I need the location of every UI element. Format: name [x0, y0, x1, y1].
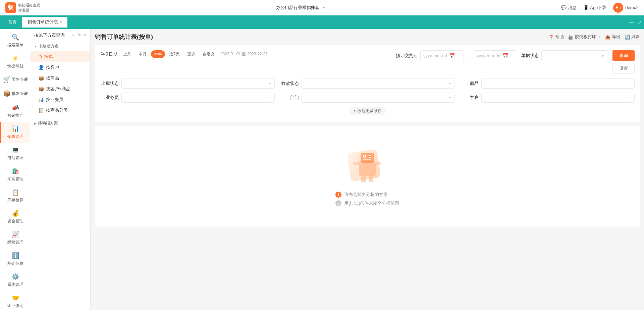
pc-scheme-group: ▼ 电脑端方案 ⊙ 按单 👤 按客户 📦 按商品 📦 按客户+商品 📊 按业: [30, 42, 90, 118]
page-actions: ❓ 帮助 🖨️ 按模板打印 ▼ 📤 导出 🔄 刷新: [548, 34, 640, 40]
date-btn-this-month[interactable]: 本月: [136, 50, 150, 58]
sidebar-item-wholesale[interactable]: 📦 批发管理 ▲: [0, 87, 30, 101]
refresh-button[interactable]: 🔄 刷新: [625, 34, 640, 40]
sidebar-item-sales-mgmt[interactable]: 📊 销售管理: [0, 122, 30, 143]
empty-tip-1: 1 请先选择要分析的方案: [335, 192, 399, 198]
customer-input[interactable]: ···: [481, 93, 635, 103]
sidebar-label-system: 系统管理: [7, 282, 23, 288]
sidebar-item-inventory[interactable]: 📋 库存核算: [0, 185, 30, 206]
dept-label: 部门: [280, 95, 299, 101]
scheme-item-by-product[interactable]: 📦 按商品: [30, 73, 90, 84]
help-button[interactable]: ❓ 帮助: [548, 34, 564, 40]
customer-more-icon[interactable]: ···: [625, 95, 632, 100]
svg-rect-7: [361, 176, 366, 182]
forecast-date-start-picker[interactable]: yyyy-mm-dd 📅: [420, 50, 464, 61]
messages-button[interactable]: 💬 消息: [561, 5, 577, 11]
collapse-more-button[interactable]: ∧ 收起更多条件: [349, 107, 386, 115]
tab-sales-label: 销售订单统计表: [28, 19, 58, 25]
sidebar-item-search-menu[interactable]: 🔍 搜索菜单: [0, 30, 30, 51]
workspace-selector[interactable]: 办公用品行业模拟账套 ▼: [276, 5, 326, 11]
forecast-date-end-picker[interactable]: yyyy-mm-dd 📅: [474, 50, 517, 61]
sidebar-item-retail[interactable]: 🛒 零售管理 ▲: [0, 72, 30, 87]
add-scheme-button[interactable]: ＋: [71, 32, 75, 38]
receive-status-select[interactable]: ▼: [302, 79, 455, 89]
sidebar-item-marketing[interactable]: 📣 营销推广: [0, 101, 30, 122]
receive-status-label: 收款状态: [280, 81, 299, 87]
export-icon: 📤: [605, 35, 610, 40]
scheme-item-by-salesperson[interactable]: 📊 按业务员: [30, 94, 90, 105]
date-btn-more[interactable]: 更多: [184, 50, 198, 58]
date-btn-this-year[interactable]: 本年: [151, 50, 165, 58]
svg-rect-8: [369, 176, 373, 182]
forecast-date-label: 预计交货期: [396, 53, 418, 59]
receive-status-field: 收款状态 ▼: [280, 79, 455, 89]
scheme-item-by-customer-product[interactable]: 📦 按客户+商品: [30, 84, 90, 94]
sidebar-item-finance[interactable]: 💰 资金管理: [0, 206, 30, 227]
query-button[interactable]: 查询: [612, 50, 635, 61]
by-customer-icon: 👤: [38, 65, 44, 70]
scheme-label-by-salesperson: 按业务员: [46, 97, 63, 103]
empty-illustration: [344, 146, 391, 186]
svg-rect-0: [359, 161, 376, 176]
export-button[interactable]: 📤 导出: [605, 34, 621, 40]
sidebar-item-quick-nav[interactable]: ⚡ 快捷导航: [0, 51, 30, 72]
refresh-icon: 🔄: [625, 35, 630, 40]
sidebar-label-finance: 资金管理: [7, 218, 23, 224]
dept-select[interactable]: ▼: [302, 93, 455, 103]
scheme-item-by-order[interactable]: ⊙ 按单: [30, 51, 90, 62]
tab-minimize-btn[interactable]: —: [629, 19, 634, 25]
workspace-dropdown-icon[interactable]: ▼: [322, 6, 326, 9]
tab-maximize-btn[interactable]: ⤢: [637, 19, 641, 25]
edit-scheme-button[interactable]: ✎: [77, 32, 82, 38]
app-download-button[interactable]: 📱 App下载: [583, 5, 606, 11]
forecast-end-calendar-icon: 📅: [502, 53, 508, 58]
scheme-item-by-customer[interactable]: 👤 按客户: [30, 62, 90, 73]
status-select[interactable]: ▼: [541, 50, 608, 61]
mobile-scheme-group-header[interactable]: ▶ 移动端方案: [30, 118, 90, 128]
logo-area: 畅 畅捷通好生意 标准版: [5, 2, 40, 13]
retail-icon: 🛒: [3, 76, 10, 83]
avatar: Ea: [613, 3, 623, 13]
customer-label: 客户: [460, 95, 479, 101]
tab-home[interactable]: 首页: [3, 17, 22, 28]
sidebar-item-purchase[interactable]: 🛍️ 采购管理: [0, 164, 30, 185]
collapse-panel-button[interactable]: «: [84, 32, 86, 38]
sidebar-item-basic[interactable]: ℹ️ 基础信息: [0, 249, 30, 270]
tab-close-icon[interactable]: ×: [60, 20, 62, 24]
sidebar-item-system[interactable]: ⚙️ 系统管理: [0, 270, 30, 291]
top-bar-right: 💬 消息 📱 App下载 Ea demo2: [561, 3, 639, 13]
date-btn-last-month[interactable]: 上月: [120, 50, 134, 58]
settings-button[interactable]: 设置: [612, 63, 635, 74]
svg-rect-9: [353, 162, 359, 165]
sidebar-label-marketing: 营销推广: [7, 113, 23, 118]
purchase-icon: 🛍️: [12, 167, 19, 175]
date-btn-last-7-days[interactable]: 近7天: [166, 50, 183, 58]
customer-field: 客户 ···: [460, 93, 635, 103]
print-icon: 🖨️: [568, 35, 573, 40]
tab-bar: 首页 销售订单统计表 × — ⤢: [0, 15, 644, 29]
empty-tip-2: 2 用[过滤]条件来缩小分析范围: [335, 200, 399, 206]
sidebar-item-ops[interactable]: 📈 经营管理: [0, 227, 30, 249]
scheme-label-by-product-category: 按商品分类: [46, 107, 68, 113]
goods-input[interactable]: ···: [481, 79, 635, 89]
main-content: 销售订单统计表(按单) ❓ 帮助 🖨️ 按模板打印 ▼ 📤 导出 🔄 刷新: [91, 29, 644, 310]
date-btn-custom[interactable]: 自定义: [200, 50, 218, 58]
tab-sales-order-stats[interactable]: 销售订单统计表 ×: [22, 17, 67, 28]
top-bar: 畅 畅捷通好生意 标准版 办公用品行业模拟账套 ▼ 💬 消息 📱 App下载 E…: [0, 0, 644, 15]
sidebar-item-ecommerce[interactable]: 💻 电商管理: [0, 143, 30, 164]
scheme-label-by-customer: 按客户: [46, 64, 59, 70]
left-panel: 按以下方案查询 ＋ ✎ « ▼ 电脑端方案 ⊙ 按单 👤 按客户 📦: [30, 29, 91, 310]
scheme-item-by-product-category[interactable]: 📋 按商品分类: [30, 105, 90, 116]
user-area[interactable]: Ea demo2: [613, 3, 639, 13]
goods-more-icon[interactable]: ···: [625, 81, 632, 86]
salesperson-more-icon[interactable]: ···: [265, 95, 272, 100]
goods-field: 商品 ···: [460, 79, 635, 89]
sidebar-item-corp-collab[interactable]: 🤝 企业协同: [0, 291, 30, 310]
pc-scheme-group-header[interactable]: ▼ 电脑端方案: [30, 42, 90, 51]
sidebar-label-search-menu: 搜索菜单: [7, 42, 23, 48]
collapse-row: ∧ 收起更多条件: [100, 104, 635, 116]
salesperson-input[interactable]: ···: [121, 93, 275, 103]
collapse-more-label: 收起更多条件: [358, 108, 382, 114]
out-status-select[interactable]: ▼: [121, 79, 275, 89]
print-button[interactable]: 🖨️ 按模板打印 ▼: [568, 34, 601, 40]
